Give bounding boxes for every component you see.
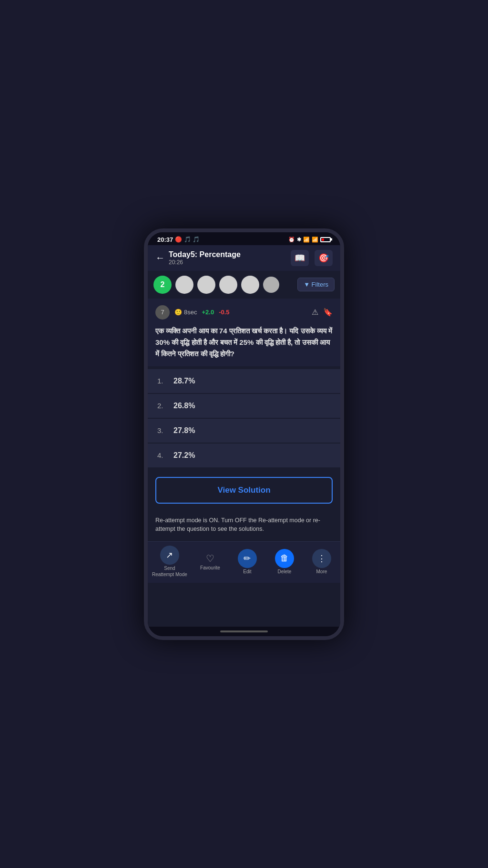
home-bar — [220, 630, 268, 632]
send-label: Send — [164, 566, 175, 571]
question-actions: ⚠ 🔖 — [312, 308, 333, 317]
options-list: 1. 28.7% 2. 26.8% 3. 27.8% 4. 27.2% — [148, 367, 340, 469]
header-icons: 📖 🎯 — [291, 250, 333, 266]
bottom-item-send[interactable]: ↗ Send Reattempt Mode — [152, 546, 187, 577]
bottom-item-delete[interactable]: 🗑 Delete — [270, 549, 299, 574]
bookmark-icon[interactable]: 🔖 — [323, 308, 333, 317]
time-display: 20:37 — [157, 236, 173, 243]
header-left: ← Today5: Percentage 20:26 — [155, 250, 241, 266]
question-number-circle: 7 — [155, 305, 170, 320]
question-timer: 🙂 8sec — [174, 309, 197, 316]
alarm-icon: ⏰ — [288, 237, 295, 243]
timer-icon: 🙂 — [174, 309, 182, 316]
filters-button[interactable]: ▼ Filters — [297, 278, 335, 291]
option-3-text: 27.8% — [173, 426, 195, 435]
wifi-icon: 📶 — [303, 237, 310, 243]
app-screen: ← Today5: Percentage 20:26 📖 🎯 2 ▼ Filte… — [148, 245, 340, 627]
question-card: 7 🙂 8sec +2.0 -0.5 ⚠ 🔖 एक व्यक्ति अपनी आ… — [148, 299, 340, 366]
option-3-number: 3. — [157, 426, 167, 434]
question-meta: 7 🙂 8sec +2.0 -0.5 ⚠ 🔖 — [155, 305, 333, 320]
view-solution-button[interactable]: View Solution — [155, 477, 333, 504]
send-icon: ↗ — [160, 546, 179, 565]
timer-value: 8sec — [184, 309, 197, 316]
view-solution-section: View Solution — [148, 469, 340, 511]
question-dot-1[interactable] — [175, 276, 193, 294]
option-2[interactable]: 2. 26.8% — [148, 394, 340, 418]
phone-frame: 20:37 🔴 🎵 🎵 ⏰ ✱ 📶 📶 ← Today5: Percentage… — [144, 228, 344, 640]
bottom-item-more[interactable]: ⋮ More — [307, 549, 336, 574]
edit-icon-circle: ✏ — [238, 549, 257, 568]
bluetooth-icon: ✱ — [297, 237, 301, 243]
question-text: एक व्यक्ति अपनी आय का 74 प्रतिशत खर्च कर… — [155, 325, 333, 360]
status-bar: 20:37 🔴 🎵 🎵 ⏰ ✱ 📶 📶 — [148, 232, 340, 245]
question-dot-4[interactable] — [241, 276, 259, 294]
more-icon-circle: ⋮ — [312, 549, 331, 568]
book-icon-button[interactable]: 📖 — [291, 250, 309, 266]
question-dot-3[interactable] — [219, 276, 237, 294]
battery-icon — [320, 237, 331, 242]
favourite-icon: ♡ — [206, 553, 214, 564]
header-subtitle: 20:26 — [169, 259, 241, 266]
header-title-block: Today5: Percentage 20:26 — [169, 250, 241, 266]
option-3[interactable]: 3. 27.8% — [148, 419, 340, 443]
bottom-bar: ↗ Send Reattempt Mode ♡ Favourite ✏ Edit… — [148, 541, 340, 583]
reattempt-text: Re-attempt mode is ON. Turn OFF the Re-a… — [155, 516, 333, 534]
reattempt-notice: Re-attempt mode is ON. Turn OFF the Re-a… — [148, 511, 340, 542]
option-4-text: 27.2% — [173, 451, 195, 460]
question-dot-2[interactable] — [197, 276, 215, 294]
option-4[interactable]: 4. 27.2% — [148, 444, 340, 467]
target-icon-button[interactable]: 🎯 — [315, 250, 333, 266]
option-1[interactable]: 1. 28.7% — [148, 369, 340, 393]
warning-icon[interactable]: ⚠ — [312, 308, 318, 317]
header: ← Today5: Percentage 20:26 📖 🎯 — [148, 245, 340, 271]
status-right: ⏰ ✱ 📶 📶 — [288, 237, 331, 243]
bottom-item-favourite[interactable]: ♡ Favourite — [196, 553, 224, 570]
more-icon: ⋮ — [317, 553, 326, 564]
reattempt-label: Reattempt Mode — [152, 572, 187, 577]
header-title: Today5: Percentage — [169, 250, 241, 259]
filters-row: 2 ▼ Filters — [148, 271, 340, 299]
delete-icon-circle: 🗑 — [275, 549, 294, 568]
back-button[interactable]: ← — [155, 252, 165, 263]
home-indicator — [148, 627, 340, 636]
delete-label: Delete — [277, 569, 291, 574]
option-1-text: 28.7% — [173, 377, 195, 385]
app-icons: 🔴 🎵 🎵 — [175, 236, 200, 243]
delete-icon: 🗑 — [280, 553, 289, 563]
edit-label: Edit — [243, 569, 251, 574]
bottom-item-edit[interactable]: ✏ Edit — [233, 549, 262, 574]
option-4-number: 4. — [157, 451, 167, 459]
more-label: More — [316, 569, 327, 574]
signal-icon: 📶 — [312, 237, 318, 243]
edit-icon: ✏ — [244, 553, 251, 564]
option-2-number: 2. — [157, 402, 167, 410]
positive-score: +2.0 — [202, 309, 214, 316]
question-num-active[interactable]: 2 — [153, 276, 172, 294]
favourite-label: Favourite — [200, 565, 220, 570]
question-dot-5[interactable] — [263, 277, 279, 293]
status-left: 20:37 🔴 🎵 🎵 — [157, 236, 200, 243]
negative-score: -0.5 — [219, 309, 229, 316]
option-2-text: 26.8% — [173, 402, 195, 410]
option-1-number: 1. — [157, 377, 167, 385]
